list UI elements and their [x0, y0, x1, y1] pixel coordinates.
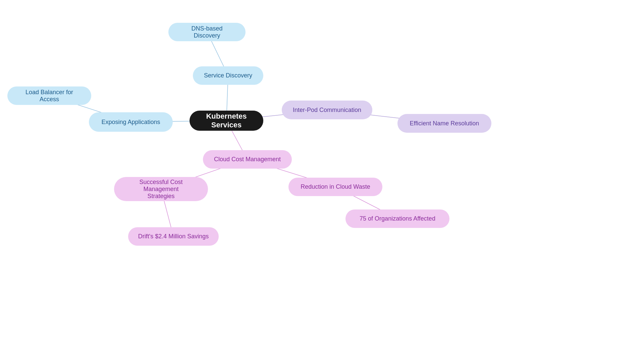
orgs-affected-label: 75 of Organizations Affected [360, 215, 435, 222]
reduction-cloud-node[interactable]: Reduction in Cloud Waste [288, 178, 382, 196]
drifts-savings-node[interactable]: Drift's $2.4 Million Savings [128, 227, 219, 246]
drifts-savings-label: Drift's $2.4 Million Savings [138, 233, 209, 240]
cost-strategies-node[interactable]: Successful Cost Management Strategies [114, 177, 208, 201]
service-discovery-label: Service Discovery [204, 72, 252, 79]
load-balancer-label: Load Balancer for Access [17, 89, 82, 103]
efficient-name-label: Efficient Name Resolution [410, 120, 479, 127]
inter-pod-node[interactable]: Inter-Pod Communication [282, 101, 372, 119]
load-balancer-node[interactable]: Load Balancer for Access [7, 86, 91, 105]
reduction-cloud-label: Reduction in Cloud Waste [301, 183, 370, 190]
dns-discovery-label: DNS-based Discovery [178, 25, 236, 39]
dns-discovery-node[interactable]: DNS-based Discovery [168, 23, 246, 41]
service-discovery-node[interactable]: Service Discovery [193, 66, 263, 85]
center-node-label: Kubernetes Services [203, 112, 250, 129]
cost-strategies-label: Successful Cost Management Strategies [123, 179, 199, 200]
exposing-applications-label: Exposing Applications [101, 119, 160, 126]
center-node[interactable]: Kubernetes Services [190, 111, 263, 131]
inter-pod-label: Inter-Pod Communication [293, 107, 361, 114]
efficient-name-node[interactable]: Efficient Name Resolution [397, 114, 491, 133]
exposing-applications-node[interactable]: Exposing Applications [89, 112, 173, 132]
cloud-cost-label: Cloud Cost Management [214, 156, 281, 163]
orgs-affected-node[interactable]: 75 of Organizations Affected [345, 209, 449, 228]
cloud-cost-node[interactable]: Cloud Cost Management [203, 150, 292, 169]
